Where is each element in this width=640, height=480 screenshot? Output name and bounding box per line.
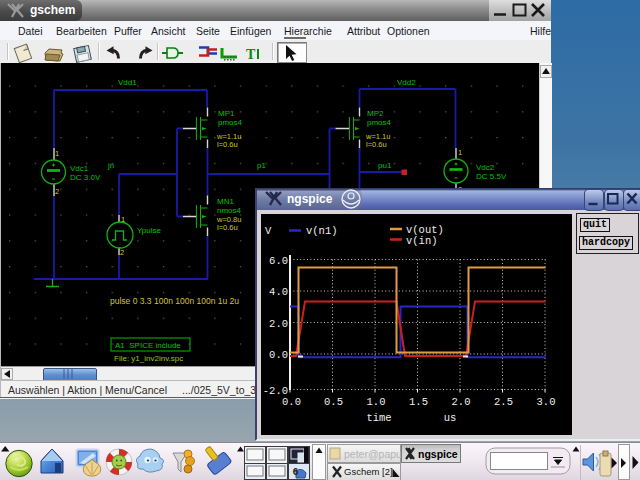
svg-text:MP1: MP1: [218, 109, 235, 118]
svg-text:0.5: 0.5: [324, 396, 343, 408]
svg-text:jn: jn: [107, 161, 114, 170]
svg-text:4.0: 4.0: [269, 286, 288, 298]
svg-text:l=0.6u: l=0.6u: [366, 140, 387, 149]
svg-text:Vdd2: Vdd2: [397, 78, 416, 87]
svg-text:0.0: 0.0: [282, 396, 301, 408]
svg-text:DC 3.0V: DC 3.0V: [70, 173, 101, 182]
svg-text:MP2: MP2: [367, 109, 384, 118]
svg-text:T: T: [246, 47, 256, 62]
svg-text:p1: p1: [257, 161, 266, 170]
svg-text:2.0: 2.0: [452, 396, 471, 408]
svg-text:l=0.6u: l=0.6u: [217, 223, 238, 232]
svg-text:ngspice: ngspice: [418, 448, 458, 460]
svg-text:v(n1): v(n1): [306, 225, 338, 237]
svg-text:1: 1: [55, 149, 59, 158]
svg-text:3.0: 3.0: [537, 396, 556, 408]
svg-text:1: 1: [121, 215, 125, 224]
svg-text:Ypulse: Ypulse: [137, 226, 161, 235]
svg-text:1.0: 1.0: [367, 396, 386, 408]
svg-text:Vdd1: Vdd1: [118, 78, 137, 87]
svg-text:pmos4: pmos4: [218, 118, 243, 127]
svg-text:us: us: [444, 412, 457, 424]
svg-text:A1 SPICE include: A1 SPICE include: [115, 341, 181, 350]
svg-text:Vdc2: Vdc2: [476, 163, 495, 172]
svg-text:1.5: 1.5: [409, 396, 428, 408]
svg-text:Gschem [2]: Gschem [2]: [344, 466, 393, 477]
svg-text:MN1: MN1: [217, 197, 234, 206]
svg-text:2.5: 2.5: [494, 396, 513, 408]
svg-text:DC 5.5V: DC 5.5V: [476, 172, 507, 181]
svg-text:2: 2: [120, 248, 124, 257]
svg-text:pu1: pu1: [378, 161, 392, 170]
svg-text:v(in): v(in): [406, 235, 438, 247]
svg-text:V: V: [265, 225, 272, 237]
svg-text:2.0: 2.0: [269, 318, 288, 330]
svg-text:Vdc1: Vdc1: [70, 164, 89, 173]
svg-text:time: time: [366, 412, 391, 424]
svg-text:2: 2: [55, 187, 59, 196]
svg-text:File: y1_inv2inv.spc: File: y1_inv2inv.spc: [114, 354, 183, 363]
svg-text:-2.0: -2.0: [263, 385, 288, 397]
svg-text:l=0.6u: l=0.6u: [217, 140, 238, 149]
svg-text:0.0: 0.0: [269, 349, 288, 361]
svg-text:1: 1: [458, 148, 462, 157]
svg-text:pulse 0 3.3 100n 100n 100n 1u: pulse 0 3.3 100n 100n 100n 1u 2u: [110, 296, 239, 306]
svg-text:peter@papu: peter@papu: [344, 448, 402, 460]
svg-text:6.0: 6.0: [269, 255, 288, 267]
svg-text:nmos4: nmos4: [217, 206, 242, 215]
svg-text:pmos4: pmos4: [367, 118, 392, 127]
svg-text:6: 6: [293, 467, 299, 478]
